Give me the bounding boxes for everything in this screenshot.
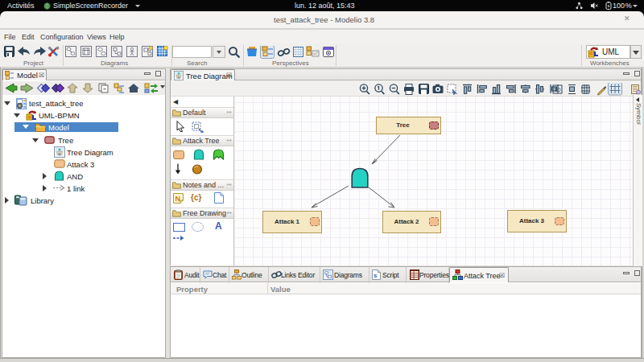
svg-text:10: 10 — [554, 86, 560, 93]
svg-text:s: s — [374, 272, 378, 279]
svg-text:N: N — [175, 195, 181, 203]
